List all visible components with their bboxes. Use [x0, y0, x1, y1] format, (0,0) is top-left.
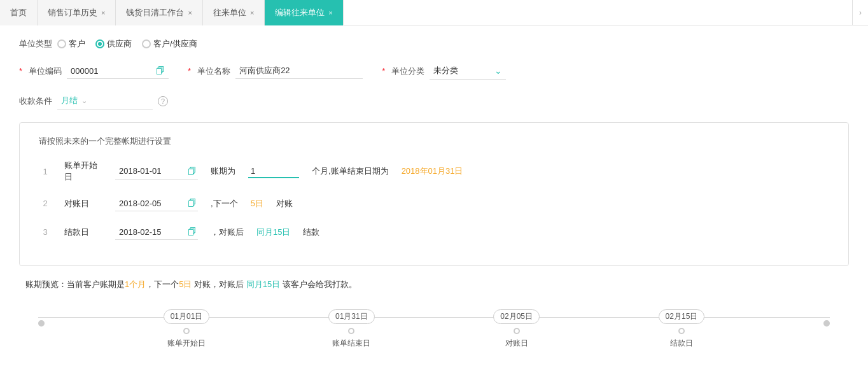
- period-cal-icon-3[interactable]: 🗍: [188, 227, 197, 237]
- timeline-points: 01月01日 账单开始日 01月31日 账单结束日 02月05日 对账日 02月…: [38, 309, 830, 349]
- unit-class-value: 未分类: [433, 65, 491, 76]
- preview-suffix: 该客户会给我打款。: [280, 279, 357, 289]
- period-for-input[interactable]: [248, 165, 299, 178]
- period-label-2: 对账日: [64, 198, 102, 209]
- radio-customer-supplier-circle: [142, 39, 151, 48]
- period-num-3: 3: [39, 227, 52, 237]
- period-cal-icon-2[interactable]: 🗍: [188, 198, 197, 208]
- unit-code-input-wrapper: 🗍: [67, 63, 169, 79]
- unit-code-star: *: [19, 66, 22, 76]
- unit-code-input[interactable]: [71, 66, 153, 76]
- period-label-1: 账单开始日: [64, 160, 102, 183]
- timeline-right-dot: [823, 320, 830, 327]
- unit-info-row: * 单位编码 🗍 * 单位名称 * 单位分类 未分类 ⌄: [19, 62, 849, 80]
- period-date-1: 🗍: [115, 164, 198, 179]
- timeline-right-end: [823, 309, 830, 327]
- tab-home[interactable]: 首页: [0, 0, 38, 25]
- payment-term-help[interactable]: ?: [158, 96, 168, 106]
- period-row3-prefix: ，对账后: [211, 227, 244, 238]
- tab-sales-history-label: 销售订单历史: [48, 7, 97, 18]
- timeline-label-1: 账单开始日: [167, 338, 206, 349]
- timeline-left-dot: [38, 320, 45, 327]
- timeline-date-1: 01月01日: [164, 309, 210, 324]
- tab-partner-close[interactable]: ×: [250, 9, 254, 17]
- radio-customer[interactable]: 客户: [57, 38, 85, 50]
- period-row2-prefix: ,下一个: [211, 198, 238, 209]
- period-date-input-3[interactable]: [119, 227, 183, 237]
- tab-partner[interactable]: 往来单位 ×: [203, 0, 265, 25]
- period-num-2: 2: [39, 199, 52, 208]
- radio-supplier-label: 供应商: [107, 38, 132, 50]
- unit-name-star: *: [188, 66, 191, 76]
- unit-class-group: * 单位分类 未分类 ⌄: [382, 62, 506, 80]
- unit-code-group: * 单位编码 🗍: [19, 63, 169, 79]
- period-row-2: 2 对账日 🗍 ,下一个 5日 对账: [39, 195, 829, 211]
- payment-term-dropdown[interactable]: 月结 ⌄: [57, 92, 153, 109]
- tab-cashflow-label: 钱货日清工作台: [126, 7, 184, 18]
- timeline-left-end: [38, 309, 45, 327]
- radio-customer-supplier[interactable]: 客户/供应商: [142, 38, 197, 50]
- payment-term-group: 收款条件 月结 ⌄ ?: [19, 92, 168, 109]
- main-content: 单位类型 客户 供应商 客户/供应商 * 单位编码: [0, 25, 868, 387]
- timeline-label-4: 结款日: [670, 338, 693, 349]
- unit-code-label: 单位编码: [29, 66, 62, 77]
- period-row2-orange: 5日: [251, 198, 263, 209]
- timeline-date-4: 02月15日: [659, 309, 705, 324]
- tab-arrow[interactable]: ›: [852, 0, 868, 25]
- unit-name-group: * 单位名称: [188, 64, 363, 79]
- timeline-dot-1: [183, 328, 190, 334]
- period-date-input-2[interactable]: [119, 199, 183, 208]
- payment-term-value: 月结: [61, 95, 78, 106]
- tab-sales-history-close[interactable]: ×: [101, 9, 105, 17]
- period-title: 请按照未来的一个完整帐期进行设置: [39, 136, 829, 147]
- tab-sales-history[interactable]: 销售订单历史 ×: [38, 0, 116, 25]
- unit-name-label: 单位名称: [197, 66, 230, 77]
- payment-term-label: 收款条件: [19, 95, 52, 107]
- timeline-label-2: 账单结束日: [332, 338, 370, 349]
- unit-name-input[interactable]: [235, 64, 363, 79]
- preview-orange2: 5日: [179, 279, 192, 289]
- timeline-container: 01月01日 账单开始日 01月31日 账单结束日 02月05日 对账日 02月…: [19, 303, 849, 368]
- timeline-point-3: 02月05日 对账日: [493, 309, 540, 349]
- timeline-point-4: 02月15日 结款日: [659, 309, 705, 349]
- timeline-dot-4: [678, 328, 685, 334]
- unit-type-label: 单位类型: [19, 38, 52, 50]
- period-row-3: 3 结款日 🗍 ，对账后 同月15日 结款: [39, 224, 829, 240]
- tab-cashflow[interactable]: 钱货日清工作台 ×: [116, 0, 202, 25]
- preview-middle: 对账，对账后: [192, 279, 246, 289]
- radio-group: 客户 供应商 客户/供应商: [57, 38, 197, 50]
- unit-class-dropdown[interactable]: 未分类 ⌄: [430, 62, 506, 80]
- tab-edit-partner[interactable]: 编辑往来单位 ×: [265, 0, 343, 25]
- unit-type-row: 单位类型 客户 供应商 客户/供应商: [19, 38, 849, 50]
- period-date-input-1[interactable]: [119, 166, 183, 176]
- period-cal-icon-1[interactable]: 🗍: [188, 166, 197, 176]
- radio-supplier[interactable]: 供应商: [95, 38, 132, 50]
- preview-orange1: 1个月: [125, 279, 146, 289]
- payment-term-row: 收款条件 月结 ⌄ ?: [19, 92, 849, 109]
- tab-home-label: 首页: [10, 7, 27, 18]
- tab-bar: 首页 销售订单历史 × 钱货日清工作台 × 往来单位 × 编辑往来单位 × ›: [0, 0, 868, 25]
- preview-prefix: 账期预览：当前客户账期是: [25, 279, 125, 289]
- radio-customer-supplier-label: 客户/供应商: [153, 38, 197, 50]
- period-label-3: 结款日: [64, 227, 102, 238]
- period-row2-suffix: 对账: [276, 198, 293, 209]
- period-num-1: 1: [39, 167, 52, 176]
- period-row-1: 1 账单开始日 🗍 账期为 个月,账单结束日期为 2018年01月31日: [39, 160, 829, 183]
- tab-edit-partner-close[interactable]: ×: [328, 9, 332, 17]
- radio-customer-label: 客户: [69, 38, 85, 50]
- period-date-2: 🗍: [115, 195, 198, 211]
- timeline-date-2: 01月31日: [328, 309, 375, 324]
- timeline-point-1: 01月01日 账单开始日: [164, 309, 210, 349]
- preview-text: 账期预览：当前客户账期是1个月，下一个5日 对账，对账后 同月15日 该客户会给…: [19, 279, 849, 290]
- radio-supplier-circle: [95, 39, 104, 48]
- period-box: 请按照未来的一个完整帐期进行设置 1 账单开始日 🗍 账期为 个月,账单结束日期…: [19, 122, 849, 266]
- period-row3-teal: 同月15日: [256, 227, 290, 238]
- timeline-date-3: 02月05日: [493, 309, 540, 324]
- unit-class-label: 单位分类: [391, 66, 424, 77]
- unit-type-group: 单位类型 客户 供应商 客户/供应商: [19, 38, 197, 50]
- tab-cashflow-close[interactable]: ×: [188, 9, 192, 17]
- unit-code-icon[interactable]: 🗍: [156, 66, 165, 76]
- timeline-dot-2: [348, 328, 354, 334]
- timeline-label-3: 对账日: [505, 338, 528, 349]
- preview-label2: 下一个: [154, 279, 179, 289]
